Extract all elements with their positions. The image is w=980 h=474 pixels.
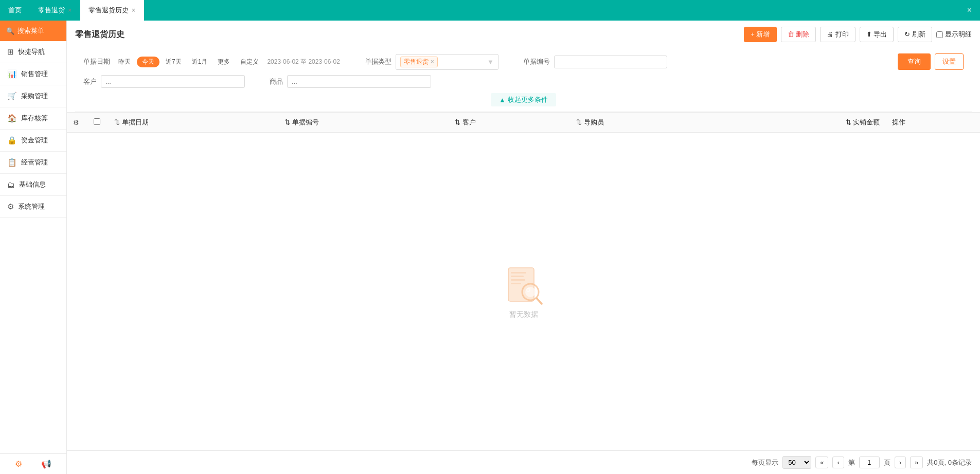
- svg-rect-1: [511, 272, 526, 274]
- doc-type-tag-close[interactable]: ×: [431, 58, 434, 65]
- svg-rect-4: [511, 283, 521, 284]
- setting-button[interactable]: 设置: [935, 53, 964, 70]
- delete-button[interactable]: 🗑 删除: [781, 27, 816, 42]
- empty-state-icon: [501, 264, 547, 310]
- doc-no-input[interactable]: [554, 56, 667, 68]
- show-detail-checkbox[interactable]: [936, 31, 943, 38]
- first-page-button[interactable]: «: [815, 457, 828, 468]
- per-page-label: 每页显示: [752, 458, 778, 467]
- tab-retail-return[interactable]: 零售退货 ×: [30, 0, 80, 21]
- doc-type-tag: 零售退货 ×: [400, 57, 438, 67]
- purchase-mgmt-icon: 🛒: [7, 92, 17, 101]
- doc-type-tag-text: 零售退货: [404, 58, 429, 66]
- date-btn-1month[interactable]: 近1月: [188, 57, 212, 67]
- doc-type-filter-label: 单据类型: [365, 57, 391, 66]
- col-settings: ⚙: [67, 113, 87, 133]
- page-number-input[interactable]: [859, 457, 880, 468]
- finance-mgmt-icon: 🔒: [7, 136, 17, 145]
- sidebar-item-basic-info-label: 基础信息: [19, 180, 46, 189]
- page-label: 第: [848, 458, 855, 467]
- sidebar-item-sales-mgmt[interactable]: 📊 销售管理: [0, 63, 66, 85]
- goods-input[interactable]: [287, 75, 431, 88]
- customer-filter-label: 客户: [83, 77, 97, 86]
- doc-type-select[interactable]: 零售退货 × ▼: [396, 54, 498, 70]
- page-title: 零售退货历史: [75, 29, 124, 40]
- basic-info-icon: 🗂: [7, 180, 15, 189]
- tab-retail-return-label: 零售退货: [38, 6, 65, 15]
- col-customer-label: ⇅ 客户: [455, 118, 476, 126]
- sales-mgmt-icon: 📊: [7, 69, 17, 79]
- export-button[interactable]: ⬆ 导出: [860, 27, 894, 42]
- svg-rect-2: [511, 276, 524, 277]
- filter-row-2: 客户 商品: [83, 75, 964, 88]
- filter-area: 单据日期 昨天 今天 近7天 近1月 更多 自定义 2023-06-02 至 2…: [75, 48, 972, 112]
- collapse-up-icon: ▲: [499, 96, 506, 104]
- sidebar-item-basic-info[interactable]: 🗂 基础信息: [0, 174, 66, 196]
- inventory-icon: 🏠: [7, 114, 17, 123]
- col-doc-date: ⇅ 单据日期: [108, 113, 278, 133]
- window-close-button[interactable]: ×: [959, 6, 980, 15]
- tab-retail-return-close[interactable]: ×: [68, 7, 72, 14]
- content-area: 零售退货历史 + 新增 🗑 删除 🖨 打印 ⬆ 导出 ↻ 刷新 显示明细: [67, 21, 980, 474]
- customer-input[interactable]: [101, 75, 245, 88]
- sidebar-gear-button[interactable]: ⚙: [15, 459, 22, 469]
- sidebar-item-quick-nav-label: 快捷导航: [18, 47, 45, 57]
- col-guide: ⇅ 导购员: [570, 113, 716, 133]
- refresh-button[interactable]: ↻ 刷新: [898, 27, 932, 42]
- tab-retail-return-history-close[interactable]: ×: [132, 7, 135, 14]
- col-guide-label: ⇅ 导购员: [576, 118, 604, 126]
- col-operation-label: 操作: [892, 118, 905, 126]
- sidebar-item-finance-mgmt-label: 资金管理: [21, 136, 48, 145]
- filter-row-1: 单据日期 昨天 今天 近7天 近1月 更多 自定义 2023-06-02 至 2…: [83, 53, 964, 70]
- tab-retail-return-history-label: 零售退货历史: [88, 6, 129, 15]
- goods-filter-group: 商品: [270, 75, 431, 88]
- total-pages-label: 页: [884, 458, 890, 467]
- tab-home-label: 首页: [8, 6, 22, 15]
- query-actions: 查询 设置: [898, 53, 964, 70]
- sidebar-speaker-button[interactable]: 📢: [41, 459, 51, 469]
- add-button[interactable]: + 新增: [744, 27, 776, 42]
- page-title-row: 零售退货历史 + 新增 🗑 删除 🖨 打印 ⬆ 导出 ↻ 刷新 显示明细: [75, 27, 972, 42]
- svg-line-7: [537, 298, 542, 304]
- col-customer: ⇅ 客户: [449, 113, 570, 133]
- sidebar-bottom: ⚙ 📢: [0, 453, 66, 474]
- prev-page-button[interactable]: ‹: [832, 457, 844, 468]
- tab-retail-return-history[interactable]: 零售退货历史 ×: [80, 0, 144, 21]
- date-btn-custom[interactable]: 自定义: [236, 57, 263, 67]
- page-header: 零售退货历史 + 新增 🗑 删除 🖨 打印 ⬆ 导出 ↻ 刷新 显示明细: [67, 21, 980, 113]
- sidebar-item-purchase-mgmt[interactable]: 🛒 采购管理: [0, 85, 66, 107]
- tab-home[interactable]: 首页: [0, 0, 30, 21]
- print-button[interactable]: 🖨 打印: [820, 27, 856, 42]
- goods-filter-label: 商品: [270, 77, 283, 86]
- sidebar-item-biz-mgmt[interactable]: 📋 经营管理: [0, 152, 66, 174]
- sidebar-item-system-mgmt[interactable]: ⚙ 系统管理: [0, 196, 66, 218]
- next-page-button[interactable]: ›: [895, 457, 906, 468]
- empty-state-text: 暂无数据: [509, 310, 538, 319]
- date-btn-today[interactable]: 今天: [137, 57, 159, 67]
- collapse-label: 收起更多条件: [508, 95, 548, 104]
- per-page-select[interactable]: 20 50 100 200: [782, 456, 811, 469]
- header-actions: + 新增 🗑 删除 🖨 打印 ⬆ 导出 ↻ 刷新 显示明细: [744, 27, 972, 42]
- sidebar-search[interactable]: 🔍 搜索菜单: [0, 21, 66, 41]
- select-all-checkbox[interactable]: [94, 118, 100, 125]
- sidebar-item-inventory-label: 库存核算: [21, 114, 48, 123]
- biz-mgmt-icon: 📋: [7, 158, 17, 167]
- date-btn-7days[interactable]: 近7天: [162, 57, 186, 67]
- sidebar-item-system-mgmt-label: 系统管理: [18, 202, 45, 211]
- query-button[interactable]: 查询: [898, 53, 931, 70]
- quick-nav-icon: ⊞: [7, 47, 14, 57]
- date-btn-yesterday[interactable]: 昨天: [114, 57, 135, 67]
- show-detail-checkbox-label[interactable]: 显示明细: [936, 30, 972, 39]
- collapse-button[interactable]: ▲ 收起更多条件: [491, 93, 556, 106]
- table-settings-icon[interactable]: ⚙: [73, 119, 79, 126]
- data-table: ⚙ ⇅ 单据日期 ⇅ 单据编号: [67, 113, 980, 133]
- sidebar-item-finance-mgmt[interactable]: 🔒 资金管理: [0, 130, 66, 152]
- date-btn-more[interactable]: 更多: [213, 57, 234, 67]
- last-page-button[interactable]: »: [910, 457, 923, 468]
- sidebar-item-quick-nav[interactable]: ⊞ 快捷导航: [0, 41, 66, 63]
- total-records-label: 共0页, 0条记录: [927, 458, 972, 467]
- col-doc-date-label: ⇅ 单据日期: [114, 118, 149, 126]
- sidebar-item-inventory[interactable]: 🏠 库存核算: [0, 107, 66, 130]
- col-checkbox: [87, 113, 108, 133]
- pagination-bar: 每页显示 20 50 100 200 « ‹ 第 页 › » 共0页, 0条记录: [67, 450, 980, 474]
